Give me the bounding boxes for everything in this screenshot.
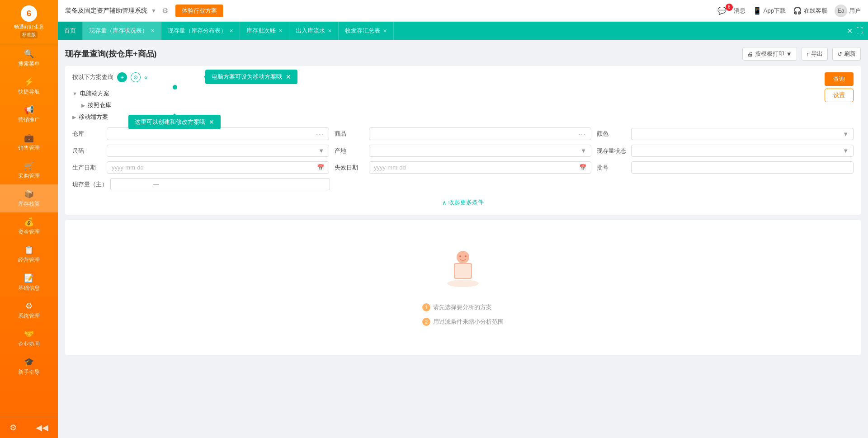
filter-field-origin: 产地 ▼ — [335, 145, 591, 157]
stock-qty-range[interactable]: — — [110, 178, 330, 190]
desktop-label: 电脑端方案 — [80, 89, 109, 98]
tab-inout-flow[interactable]: 出入库流水 ✕ — [289, 22, 339, 40]
sidebar-settings-btn[interactable]: ⚙ — [8, 421, 19, 434]
user-avatar-text: Ea — [838, 8, 844, 14]
sidebar-item-label: 营销推广 — [18, 116, 40, 124]
stock-qty-label: 现存量（主） — [72, 180, 108, 188]
sidebar-item-finance[interactable]: 💰 资金管理 — [0, 212, 58, 240]
sidebar-item-label: 快捷导航 — [18, 88, 40, 96]
size-label: 尺码 — [72, 147, 104, 155]
tab-fullscreen-icon[interactable]: ⛶ — [856, 27, 863, 35]
sidebar-item-operations[interactable]: 📋 经营管理 — [0, 240, 58, 268]
sidebar-item-inventory[interactable]: 📦 库存核算 — [0, 184, 58, 212]
sidebar-collapse-btn[interactable]: ◀◀ — [34, 421, 50, 434]
schema-desktop[interactable]: ▼ 电脑端方案 — [72, 88, 854, 99]
filter-row-3: 生产日期 yyyy-mm-dd 📅 失效日期 yyyy-mm-dd 📅 批号 — [72, 161, 854, 174]
header-left: 装备及固定资产辅助管理系统 ▼ ⚙ 体验行业方案 — [65, 5, 223, 17]
filter-row-1: 仓库 ··· 商品 ··· 颜色 — [72, 127, 854, 140]
schema-desktop-item-0[interactable]: ▶ 按照仓库 — [72, 99, 854, 111]
export-icon: ↑ — [807, 51, 810, 57]
chevron-up-icon: ∧ — [442, 199, 447, 206]
tab-receive-summary-close[interactable]: ✕ — [383, 28, 387, 34]
range-sep: — — [153, 181, 159, 188]
exp-date-input[interactable]: yyyy-mm-dd 📅 — [369, 161, 591, 174]
step2-text: 用过滤条件来缩小分析范围 — [433, 316, 504, 328]
refresh-btn[interactable]: ↺ 刷新 — [832, 47, 861, 61]
tab-close-all-icon[interactable]: ✕ — [847, 27, 853, 35]
sidebar-item-guide[interactable]: 🎓 新手引导 — [0, 353, 58, 381]
sidebar-item-label: 新手引导 — [18, 368, 40, 376]
stock-qty-min[interactable] — [115, 181, 151, 188]
edit-tooltip-close[interactable]: ✕ — [209, 118, 214, 126]
exp-date-label: 失效日期 — [335, 164, 366, 172]
sidebar-item-label: 系统管理 — [18, 312, 40, 320]
filter-row-2: 尺码 ▼ 产地 ▼ 现存量状态 — [72, 145, 854, 157]
header-settings-icon[interactable]: ⚙ — [162, 6, 168, 15]
tab-bar: 首页 现存量（库存状况表） ✕ 现存量（库存分布表） ✕ 库存批次账 ✕ 出入库… — [58, 22, 868, 40]
tab-inventory-status[interactable]: 现存量（库存状况表） ✕ — [83, 22, 161, 40]
tab-inventory-dist[interactable]: 现存量（库存分布表） ✕ — [161, 22, 240, 40]
print-btn[interactable]: 🖨 按模板打印 ▼ — [742, 47, 797, 61]
tab-batch-ledger[interactable]: 库存批次账 ✕ — [240, 22, 289, 40]
refresh-label: 刷新 — [844, 50, 856, 58]
tab-batch-ledger-close[interactable]: ✕ — [278, 28, 283, 34]
filter-left-arrow[interactable]: « — [144, 74, 148, 81]
batch-no-input[interactable] — [631, 161, 854, 174]
filter-field-warehouse: 仓库 ··· — [72, 127, 329, 140]
app-download-icon: 📱 — [753, 6, 762, 15]
tab-inventory-dist-close[interactable]: ✕ — [229, 28, 233, 34]
reset-btn[interactable]: 设置 — [825, 89, 854, 102]
sidebar-item-purchase[interactable]: 🛒 采购管理 — [0, 156, 58, 184]
filter-field-color: 颜色 ▼ — [597, 127, 854, 140]
sidebar-item-label: 基础信息 — [18, 284, 40, 292]
color-select[interactable]: ▼ — [631, 128, 854, 140]
svg-point-5 — [465, 255, 467, 257]
stock-qty-max[interactable] — [161, 181, 197, 188]
sidebar-item-enterprise[interactable]: 🤝 企业协同 — [0, 325, 58, 353]
schema-tooltip-text: 电脑方案可设为移动方案哦 — [212, 73, 282, 81]
tab-receive-summary[interactable]: 收发存汇总表 ✕ — [339, 22, 394, 40]
schema-tooltip-close[interactable]: ✕ — [286, 73, 291, 80]
sidebar-item-label: 经营管理 — [18, 256, 40, 264]
exp-date-cal-icon[interactable]: 📅 — [579, 164, 586, 171]
message-action[interactable]: 💬 6 消息 — [717, 6, 745, 15]
filter-copy-btn[interactable]: ⊙ — [131, 72, 141, 82]
online-support-action[interactable]: 🎧 在线客服 — [793, 6, 827, 15]
warehouse-more-dots[interactable]: ··· — [316, 130, 324, 137]
origin-down-arrow: ▼ — [580, 147, 586, 154]
tab-inout-flow-close[interactable]: ✕ — [328, 28, 332, 34]
tab-home[interactable]: 首页 — [58, 22, 83, 40]
app-download-label: App下载 — [764, 7, 786, 15]
user-action[interactable]: Ea 用户 — [835, 5, 861, 17]
more-conditions-btn[interactable]: ∧ 收起更多条件 — [72, 195, 854, 208]
app-download-action[interactable]: 📱 App下载 — [753, 6, 786, 15]
sidebar-item-label: 库存核算 — [18, 200, 40, 208]
search-btn[interactable]: 查询 — [825, 72, 854, 86]
size-down-arrow: ▼ — [318, 147, 324, 154]
tab-inventory-status-close[interactable]: ✕ — [151, 28, 155, 34]
sidebar-item-system[interactable]: ⚙ 系统管理 — [0, 297, 58, 325]
experience-btn[interactable]: 体验行业方案 — [175, 5, 223, 17]
warehouse-select[interactable]: ··· — [107, 127, 329, 140]
sidebar-item-basic[interactable]: 📝 基础信息 — [0, 268, 58, 297]
export-btn[interactable]: ↑ 导出 — [802, 47, 828, 61]
system-icon: ⚙ — [25, 301, 33, 311]
stock-status-select[interactable]: ▼ — [631, 145, 854, 157]
size-select[interactable]: ▼ — [107, 145, 329, 157]
svg-point-0 — [447, 280, 479, 287]
sidebar-item-marketing[interactable]: 📢 营销推广 — [0, 100, 58, 128]
goods-more-dots[interactable]: ··· — [578, 130, 586, 137]
origin-select[interactable]: ▼ — [369, 145, 591, 157]
sidebar-item-sales[interactable]: 💼 销售管理 — [0, 128, 58, 156]
empty-step-2: 2 用过滤条件来缩小分析范围 — [422, 316, 504, 328]
goods-select[interactable]: ··· — [369, 127, 591, 140]
empty-state: 1 请先选择要分析的方案 2 用过滤条件来缩小分析范围 — [65, 220, 861, 355]
prod-date-input[interactable]: yyyy-mm-dd 📅 — [107, 161, 329, 174]
sidebar-item-quick-nav[interactable]: ⚡ 快捷导航 — [0, 72, 58, 100]
filter-add-btn[interactable]: + — [117, 72, 127, 82]
refresh-icon: ↺ — [837, 51, 842, 57]
sidebar-item-search[interactable]: 🔍 搜索菜单 — [0, 44, 58, 72]
color-label: 颜色 — [597, 130, 628, 138]
system-dropdown-arrow[interactable]: ▼ — [151, 8, 156, 14]
prod-date-cal-icon[interactable]: 📅 — [317, 164, 324, 171]
